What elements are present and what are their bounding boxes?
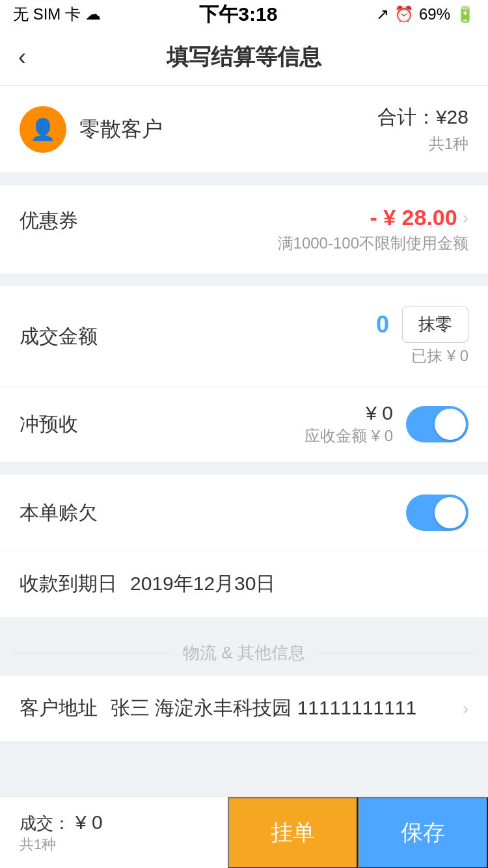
- pending-button[interactable]: 挂单: [228, 797, 358, 869]
- battery-text: 69%: [419, 5, 450, 23]
- coupon-value: - ¥ 28.00 › 满1000-100不限制使用金额: [278, 205, 468, 254]
- no-sim-text: 无 SIM 卡 ☁: [13, 4, 101, 25]
- alarm-icon: ⏰: [394, 5, 414, 23]
- logistics-text: 物流 & 其他信息: [183, 642, 305, 664]
- address-value: 张三 海淀永丰科技园 11111111111: [111, 695, 456, 722]
- logistics-line-right: [318, 653, 475, 653]
- content: 👤 零散客户 合计：¥28 共1种 优惠券 - ¥ 28.00 › 满1000-…: [0, 86, 488, 832]
- deal-amount-right: 0 抹零 已抹 ¥ 0: [350, 306, 468, 366]
- prepayment-value2: 应收金额 ¥ 0: [305, 426, 393, 446]
- bottom-deal-count: 共1种: [20, 835, 208, 854]
- customer-row: 👤 零散客户 合计：¥28 共1种: [0, 86, 488, 172]
- battery-icon: 🔋: [455, 5, 475, 23]
- prepayment-right: ¥ 0 应收金额 ¥ 0: [305, 402, 468, 446]
- logistics-line-left: [13, 653, 170, 653]
- debt-toggle[interactable]: [406, 495, 468, 531]
- customer-name: 零散客户: [79, 115, 163, 144]
- divider-4: [0, 617, 488, 630]
- status-time: 下午3:18: [199, 1, 277, 28]
- divider-3: [0, 462, 488, 475]
- due-date-label: 收款到期日: [20, 571, 117, 597]
- divider-1: [0, 172, 488, 185]
- prepayment-toggle[interactable]: [406, 406, 468, 442]
- deal-amount-label: 成交金额: [20, 321, 98, 352]
- prepayment-row: 冲预收 ¥ 0 应收金额 ¥ 0: [0, 386, 488, 462]
- divider-2: [0, 273, 488, 286]
- coupon-label: 优惠券: [20, 205, 78, 236]
- coupon-amount: - ¥ 28.00: [370, 205, 457, 230]
- debt-label: 本单赊欠: [20, 500, 98, 526]
- status-right: ↗ ⏰ 69% 🔋: [376, 5, 475, 23]
- address-row[interactable]: 客户地址 张三 海淀永丰科技园 11111111111 ›: [0, 675, 488, 741]
- bottom-left: 成交： ¥ 0 共1种: [0, 811, 228, 854]
- avatar-icon: 👤: [30, 117, 56, 142]
- status-left: 无 SIM 卡 ☁: [13, 4, 101, 25]
- customer-left: 👤 零散客户: [20, 106, 163, 153]
- bottom-deal-label: 成交：: [20, 812, 70, 835]
- deal-amount-row: 成交金额 0 抹零 已抹 ¥ 0: [0, 286, 488, 386]
- bottom-bar: 成交： ¥ 0 共1种 挂单 保存: [0, 796, 488, 868]
- round-zero-button[interactable]: 抹零: [402, 306, 468, 343]
- back-button[interactable]: ‹: [18, 44, 26, 71]
- coupon-desc: 满1000-100不限制使用金额: [278, 233, 468, 254]
- divider-5: [0, 741, 488, 754]
- customer-count: 共1种: [377, 133, 468, 154]
- page-title: 填写结算等信息: [167, 42, 321, 72]
- deal-amount-value[interactable]: 0: [350, 311, 389, 338]
- deal-sub-text: 已抹 ¥ 0: [411, 346, 468, 366]
- save-button[interactable]: 保存: [358, 797, 488, 869]
- prepayment-values: ¥ 0 应收金额 ¥ 0: [305, 402, 393, 446]
- customer-right: 合计：¥28 共1种: [377, 104, 468, 154]
- location-icon: ↗: [376, 5, 389, 23]
- coupon-arrow-icon: ›: [463, 208, 468, 228]
- customer-total: 合计：¥28: [377, 104, 468, 131]
- due-date-value: 2019年12月30日: [130, 571, 275, 597]
- avatar: 👤: [20, 106, 66, 153]
- logistics-divider: 物流 & 其他信息: [0, 630, 488, 675]
- nav-bar: ‹ 填写结算等信息: [0, 29, 488, 86]
- due-date-row[interactable]: 收款到期日 2019年12月30日: [0, 550, 488, 617]
- debt-row: 本单赊欠: [0, 475, 488, 550]
- prepayment-label: 冲预收: [20, 409, 78, 440]
- status-bar: 无 SIM 卡 ☁ 下午3:18 ↗ ⏰ 69% 🔋: [0, 0, 488, 29]
- coupon-row[interactable]: 优惠券 - ¥ 28.00 › 满1000-100不限制使用金额: [0, 185, 488, 273]
- customer-section: 👤 零散客户 合计：¥28 共1种: [0, 86, 488, 172]
- address-arrow-icon: ›: [463, 698, 468, 719]
- bottom-deal-value: ¥ 0: [75, 811, 103, 834]
- deal-input-area: 0 抹零: [350, 306, 468, 343]
- address-label: 客户地址: [20, 695, 98, 722]
- prepayment-value1: ¥ 0: [305, 402, 393, 424]
